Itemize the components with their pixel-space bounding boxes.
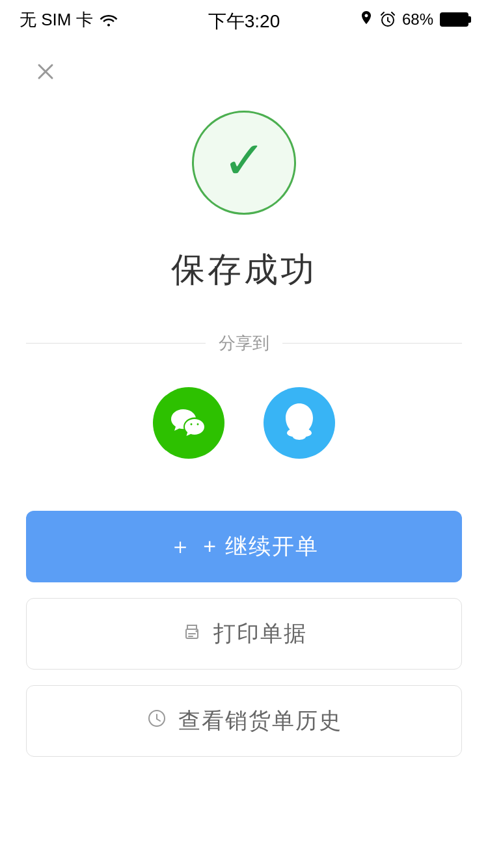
print-label: 打印单据 xyxy=(213,619,307,649)
checkmark-icon: ✓ xyxy=(223,135,266,187)
plus-icon: ＋ xyxy=(169,532,193,562)
share-icons-container xyxy=(153,387,335,459)
alarm-icon xyxy=(380,11,396,28)
svg-rect-5 xyxy=(188,636,193,637)
svg-point-6 xyxy=(196,631,198,632)
qq-share-button[interactable] xyxy=(264,387,335,459)
status-time: 下午3:20 xyxy=(208,9,280,34)
print-button[interactable]: 打印单据 xyxy=(26,598,462,670)
wifi-icon xyxy=(100,12,118,27)
share-label: 分享到 xyxy=(206,332,282,355)
carrier-text: 无 SIM 卡 xyxy=(20,8,93,31)
location-icon xyxy=(359,11,373,28)
svg-point-1 xyxy=(291,433,297,437)
action-buttons: ＋ + 继续开单 打印单据 xyxy=(26,511,462,757)
battery-percent: 68% xyxy=(402,10,433,29)
continue-label: + 继续开单 xyxy=(203,532,318,562)
svg-point-2 xyxy=(301,433,308,437)
wechat-share-button[interactable] xyxy=(153,387,224,459)
battery-icon xyxy=(440,12,468,27)
divider-line-left xyxy=(26,343,206,344)
main-content: ✓ 保存成功 分享到 ＋ + 继续开单 xyxy=(0,39,488,783)
success-circle: ✓ xyxy=(192,111,296,215)
continue-button[interactable]: ＋ + 继续开单 xyxy=(26,511,462,582)
history-label: 查看销货单历史 xyxy=(178,706,342,736)
close-button[interactable] xyxy=(26,52,65,91)
success-title: 保存成功 xyxy=(171,247,317,293)
share-divider: 分享到 xyxy=(26,332,462,355)
svg-rect-4 xyxy=(188,633,196,634)
history-button[interactable]: 查看销货单历史 xyxy=(26,685,462,757)
divider-line-right xyxy=(282,343,462,344)
status-left: 无 SIM 卡 xyxy=(20,8,118,31)
status-right: 68% xyxy=(359,10,468,29)
history-icon xyxy=(146,707,168,735)
status-bar: 无 SIM 卡 下午3:20 68% xyxy=(0,0,488,39)
print-icon xyxy=(181,620,203,647)
